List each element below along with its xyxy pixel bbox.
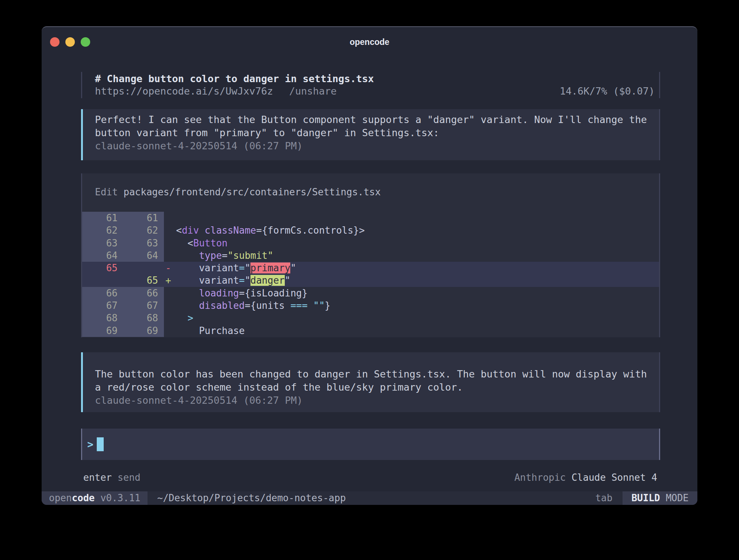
diff-row: 6666 loading={isLoading} [82,287,659,299]
working-directory: ~/Desktop/Projects/demo-notes-app [157,491,595,505]
mode-switch-key-hint: tab [595,491,612,505]
prompt-symbol: > [87,438,93,450]
assistant-message: The button color has been changed to dan… [81,352,660,412]
mode-label-bold: BUILD [631,492,660,503]
diff-row: 65+ variant="danger" [82,274,659,287]
send-hint-key: enter [83,472,112,483]
session-title: # Change button color to danger in setti… [95,73,655,85]
mode-label-rest: MODE [666,492,689,503]
app-name-dim: open [49,492,72,503]
message-line: Perfect! I can see that the Button compo… [95,113,659,126]
diff-row: 6868 > [82,312,659,324]
mode-chip: BUILD MODE [623,491,697,505]
diff-rows: 61616262 <div className={formCs.controls… [82,212,659,337]
app-name-bold: code [72,492,95,503]
diff-row: 6767 disabled={units === ""} [82,299,659,312]
terminal-window: opencode # Change button color to danger… [42,26,697,505]
window-title: opencode [42,37,697,47]
message-meta: claude-sonnet-4-20250514 (06:27 PM) [95,394,659,407]
assistant-message: Perfect! I can see that the Button compo… [81,109,660,160]
diff-marker: + [165,274,171,287]
send-hint-action: send [118,472,141,483]
edit-action-label: Edit [95,187,118,197]
provider-name: Anthropic [514,472,566,483]
diff-row: 6969 Purchase [82,325,659,337]
session-header: # Change button color to danger in setti… [81,72,660,98]
text-cursor [97,437,104,451]
message-meta: claude-sonnet-4-20250514 (06:27 PM) [95,139,659,153]
share-url-link[interactable]: https://opencode.ai/s/UwJxv76z [95,85,273,97]
prompt-input[interactable]: > [81,429,660,460]
send-hint: enter send [83,472,141,483]
model-name: Claude Sonnet 4 [571,472,657,483]
model-indicator: Anthropic Claude Sonnet 4 [514,472,657,483]
session-header-row2: https://opencode.ai/s/UwJxv76z /unshare … [95,85,655,97]
diff-row: 6161 [82,212,659,224]
diff-row: 6262 <div className={formCs.controls}> [82,224,659,237]
diff-row: 65- variant="primary" [82,262,659,274]
app-version: v0.3.11 [100,492,141,503]
edit-tool-block: Edit packages/frontend/src/containers/Se… [81,173,660,337]
status-bar: opencode v0.3.11 ~/Desktop/Projects/demo… [42,491,697,505]
message-line: button variant from "primary" to "danger… [95,126,659,139]
token-usage: 14.6K/7% ($0.07) [560,85,655,97]
edit-tool-header: Edit packages/frontend/src/containers/Se… [82,173,659,198]
diff-row: 6464 type="submit" [82,249,659,262]
share-url-group: https://opencode.ai/s/UwJxv76z /unshare [95,85,337,97]
diff-row: 6363 <Button [82,237,659,249]
unshare-command-hint: /unshare [289,85,337,97]
diff-marker: - [165,262,171,274]
message-line: The button color has been changed to dan… [95,368,659,381]
window-titlebar: opencode [42,27,697,49]
hint-row: enter send Anthropic Claude Sonnet 4 [81,470,660,485]
edit-file-path: packages/frontend/src/containers/Setting… [123,187,380,197]
message-line: a red/rose color scheme instead of the b… [95,381,659,394]
app-version-chip: opencode v0.3.11 [42,491,148,505]
